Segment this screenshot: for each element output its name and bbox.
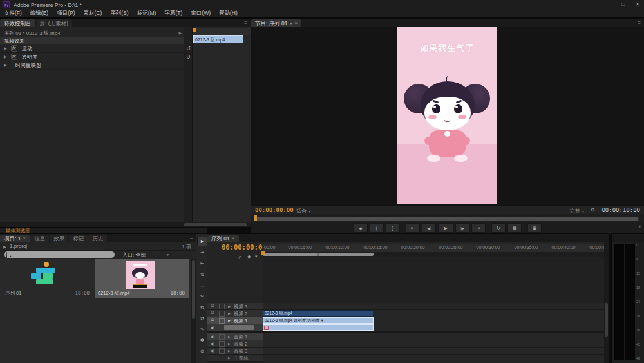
panel-resize-plus-icon[interactable]: + [638,224,641,230]
close-icon[interactable]: × [232,235,235,242]
razor-tool[interactable]: ✂ [197,291,207,301]
step-forward-button[interactable]: |▶ [455,223,469,233]
track-video-1-content[interactable]: 0212-3 甜.mp4 透明度:透明度 ▾ [263,317,604,324]
menu-sequence[interactable]: 序列(S) [110,10,128,17]
step-back-button[interactable]: ◀| [422,223,436,233]
scrubber-playhead[interactable] [254,215,257,221]
tab-project[interactable]: 项目: 1 × [0,235,30,242]
hand-tool[interactable]: ✽ [197,335,207,345]
rolling-edit-tool[interactable]: ⇅ [197,270,207,279]
filter-dropdown[interactable]: 入口: 全部 [122,251,146,259]
export-frame-button[interactable]: ▣ [527,223,542,233]
sequence-marker-icon[interactable]: ◆ [247,254,251,259]
track-video-1-header[interactable]: ⊙ ▶ 视频 1 [207,317,263,324]
scrollbar-thumb[interactable] [184,223,247,226]
ec-row-motion[interactable]: ▶ fx 运动 [0,44,184,53]
loop-button[interactable]: ↻ [491,223,506,233]
menu-marker[interactable]: 标记(M) [137,10,156,17]
disclosure-icon[interactable]: ▶ [228,349,231,353]
program-scrubber[interactable] [251,214,644,222]
project-item-clip[interactable]: 0212-3 甜.mp4 18:00 [95,259,189,298]
timeline-vertical-scrollbar[interactable] [604,242,609,363]
track-mute-toggle-icon[interactable]: ◀) [210,325,214,329]
track-lock-toggle[interactable] [219,304,225,309]
ec-row-time-remapping[interactable]: ▶ 时间重映射 [0,61,184,70]
clip-audio-1-selected[interactable] [263,324,374,331]
marker-menu-collapse-icon[interactable]: ▾ [255,254,258,259]
track-audio-3-header[interactable]: ◀) ▶ 音频 3 [207,348,263,355]
track-audio-2-content[interactable] [263,340,604,348]
disclosure-icon[interactable]: ▶ [4,63,7,67]
disclosure-icon[interactable]: ▶ [228,319,231,322]
ec-mini-ruler[interactable] [193,28,251,35]
track-output-toggle-icon[interactable]: ⊙ [211,303,214,308]
timeline-ruler[interactable]: 00:00 00:00:05:00 00:00:10:00 00:00:15:0… [263,244,604,253]
maximize-button[interactable]: □ [618,1,629,7]
ec-row-opacity[interactable]: ▶ fx 透明度 [0,52,184,61]
panel-menu-icon[interactable]: ≡ [244,20,247,26]
track-video-3-header[interactable]: ⊙ ▶ 视频 3 [207,303,263,310]
settings-wrench-icon[interactable]: ⚙ [591,207,595,213]
tab-effect-controls[interactable]: 特效控制台 [0,19,35,27]
track-lock-toggle[interactable] [219,341,225,347]
track-video-3-content[interactable] [263,303,604,310]
track-output-toggle-icon[interactable]: ⊙ [211,317,214,322]
tab-info[interactable]: 信息 [30,235,49,242]
go-to-out-button[interactable]: ⇥ [471,223,486,233]
add-marker-button[interactable]: ◆ [354,223,368,233]
ec-horizontal-scrollbar[interactable] [0,222,251,227]
minimize-button[interactable]: — [604,1,614,7]
reset-icon[interactable]: ↺ [186,46,191,52]
menu-edit[interactable]: 编辑(E) [30,10,48,17]
tab-sequence-01[interactable]: 序列 01 × [207,235,239,242]
track-output-toggle-icon[interactable]: ⊙ [211,310,214,315]
clip-video-2[interactable]: 0212-3 甜.mp4 [263,310,374,317]
track-audio-1b-header[interactable]: ◀) ▶ 音频 1 [207,333,263,340]
ripple-edit-tool[interactable]: ⇤ [197,259,207,268]
tab-source-monitor[interactable]: 源: (无素材) [36,19,72,27]
reset-icon[interactable]: ↺ [186,54,191,60]
disclosure-icon[interactable]: ▶ [4,46,7,50]
close-icon[interactable]: × [295,19,298,27]
menu-title[interactable]: 字幕(T) [164,10,182,17]
track-audio-1-content[interactable] [263,324,604,331]
slide-tool[interactable]: ⇄ [197,313,207,323]
disclosure-icon[interactable]: ▶ [228,342,231,346]
chevron-down-icon[interactable]: ▼ [290,19,293,27]
track-audio-1-header[interactable]: ◀) [207,324,263,331]
tab-history[interactable]: 历史 [88,235,107,242]
snap-toggle-icon[interactable]: ∩ [238,254,242,260]
track-audio-1b-content[interactable] [263,333,604,340]
ec-mini-clip[interactable]: 0212-3 甜.mp4 [193,35,243,43]
scrollbar-thumb[interactable] [605,303,608,337]
tab-program-monitor[interactable]: 节目: 序列 01 ▼ × [251,19,301,27]
panel-menu-icon[interactable]: ≡ [638,20,641,26]
track-mute-toggle-icon[interactable]: ◀) [210,334,214,338]
selection-tool[interactable]: ► [197,237,207,246]
track-master-content[interactable] [263,355,604,362]
rate-stretch-tool[interactable]: ↔ [197,280,207,290]
track-select-tool[interactable]: ⇥ [197,248,207,257]
clip-video-1-selected[interactable]: 0212-3 甜.mp4 透明度:透明度 ▾ [263,317,374,324]
track-lock-toggle[interactable] [219,311,225,317]
pen-tool[interactable]: ✎ [197,324,207,334]
disclosure-icon[interactable]: ▶ [4,54,7,59]
project-vertical-scrollbar[interactable] [191,259,196,363]
menu-help[interactable]: 帮助(H) [219,10,238,17]
search-input[interactable] [4,251,115,258]
track-lock-toggle[interactable] [219,334,225,340]
track-audio-3-content[interactable] [263,348,604,355]
disclosure-icon[interactable]: ▶ [228,356,231,360]
track-lock-toggle[interactable] [219,318,225,324]
tab-markers[interactable]: 标记 [69,235,88,242]
menu-clip[interactable]: 素材(C) [84,10,102,17]
track-lock-toggle[interactable] [219,348,225,354]
slip-tool[interactable]: ⇆ [197,302,207,312]
track-video-2-content[interactable]: 0212-3 甜.mp4 [263,310,604,317]
timeline-timecode[interactable]: 00:00:00:00 [222,243,267,251]
track-name-field[interactable] [224,325,254,330]
play-button[interactable]: ▶ [438,223,453,233]
tab-media-browser[interactable]: 媒体浏览器 [5,228,32,234]
program-timecode[interactable]: 00:00:00:00 [255,207,294,213]
close-button[interactable]: ✕ [632,1,643,7]
